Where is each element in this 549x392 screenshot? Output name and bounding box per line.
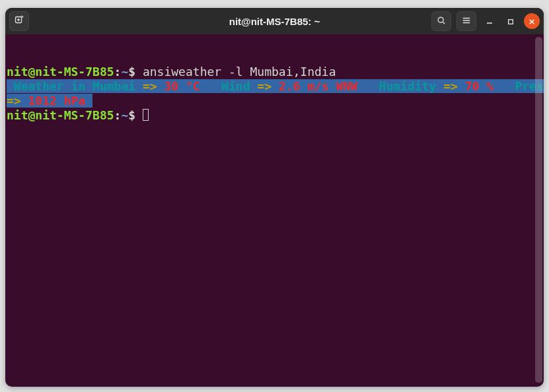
new-tab-icon bbox=[14, 15, 24, 28]
menu-button[interactable] bbox=[457, 11, 476, 31]
humidity-label: Humidity bbox=[379, 79, 437, 93]
maximize-button[interactable] bbox=[503, 13, 519, 29]
search-button[interactable] bbox=[431, 11, 451, 31]
pressure-arrow: => bbox=[7, 94, 21, 108]
scrollbar-thumb[interactable] bbox=[535, 37, 542, 383]
maximize-icon bbox=[507, 15, 514, 28]
scrollbar[interactable] bbox=[535, 37, 542, 383]
wind-label: Wind bbox=[221, 79, 250, 93]
titlebar: nit@nit-MS-7B85: ~ bbox=[5, 8, 544, 34]
prompt-line-1: nit@nit-MS-7B85:~$ ansiweather -l Mumbai… bbox=[7, 65, 542, 79]
output-line-2: => 1012 hPa bbox=[7, 94, 542, 108]
output-line-1: Weather in Mumbai => 30 °C Wind => 2.6 m… bbox=[7, 79, 542, 94]
prompt-line-2: nit@nit-MS-7B85:~$ bbox=[7, 108, 542, 123]
svg-point-1 bbox=[438, 17, 443, 22]
svg-rect-2 bbox=[509, 19, 513, 24]
prompt-user: nit@nit-MS-7B85 bbox=[7, 65, 114, 79]
minimize-icon bbox=[486, 15, 494, 28]
wind-value: 2.6 m/s WNW bbox=[279, 79, 357, 93]
close-button[interactable] bbox=[524, 13, 540, 29]
close-icon bbox=[529, 15, 535, 28]
command-text: ansiweather -l Mumbai,India bbox=[143, 65, 336, 79]
humidity-value: 70 % bbox=[465, 79, 494, 93]
arrow: => bbox=[135, 79, 164, 93]
prompt-cwd: ~ bbox=[121, 65, 128, 79]
terminal-body[interactable]: nit@nit-MS-7B85:~$ ansiweather -l Mumbai… bbox=[5, 34, 544, 387]
terminal-window: nit@nit-MS-7B85: ~ bbox=[5, 8, 544, 387]
minimize-button[interactable] bbox=[482, 13, 497, 29]
new-tab-button[interactable] bbox=[9, 11, 29, 31]
pressure-value: 1012 hPa bbox=[28, 94, 86, 108]
weather-label: Weather in Mumbai bbox=[14, 79, 135, 93]
prompt-user: nit@nit-MS-7B85 bbox=[7, 108, 114, 122]
prompt-dollar: $ bbox=[128, 65, 135, 79]
hamburger-icon bbox=[462, 15, 471, 28]
temperature-value: 30 °C bbox=[164, 79, 200, 93]
prompt-sep: : bbox=[114, 65, 122, 79]
search-icon bbox=[437, 15, 446, 28]
cursor bbox=[143, 109, 149, 121]
